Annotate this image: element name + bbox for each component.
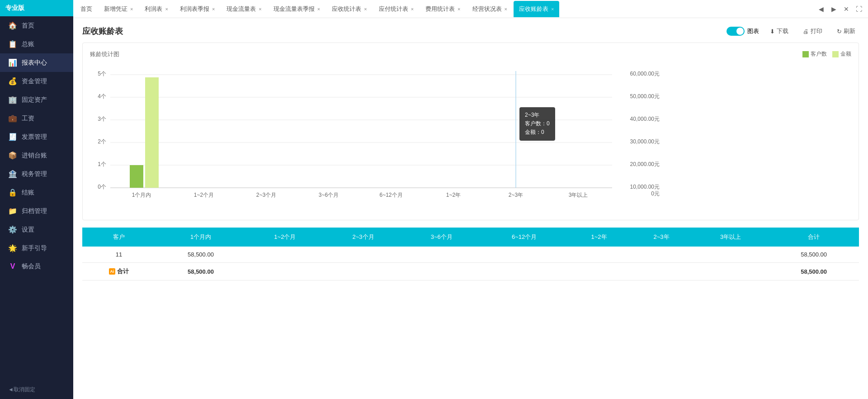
- legend-amount: 金额: [832, 50, 851, 58]
- cell-2-3month-0: [324, 247, 402, 263]
- sidebar: 专业版 🏠 首页 📋 总账 📊 报表中心 💰 资金管理 🏢 固定资产 💼 工资 …: [0, 0, 73, 399]
- sidebar-item-reports[interactable]: 📊 报表中心: [0, 53, 73, 72]
- tab-expense-stats[interactable]: 费用统计表 ×: [420, 1, 466, 17]
- tab-aging[interactable]: 应收账龄表 ×: [514, 1, 559, 17]
- tab-next-button[interactable]: ▶: [828, 4, 839, 14]
- salary-icon: 💼: [8, 114, 17, 123]
- sidebar-item-closing[interactable]: 🔒 结账: [0, 183, 73, 202]
- sidebar-item-salary[interactable]: 💼 工资: [0, 109, 73, 128]
- tab-profit-close[interactable]: ×: [165, 6, 168, 12]
- cell-total-3-6month: [402, 263, 481, 280]
- cell-1month-0: 58,500.00: [156, 247, 246, 263]
- tab-cashflow[interactable]: 现金流量表 ×: [221, 1, 267, 17]
- th-3plus-year: 3年以上: [693, 228, 769, 247]
- th-1-2year: 1~2年: [568, 228, 630, 247]
- tab-expand-button[interactable]: ⛶: [854, 4, 864, 14]
- tab-profit[interactable]: 利润表 ×: [139, 1, 173, 17]
- sidebar-label-assets: 固定资产: [22, 96, 47, 104]
- th-3-6month: 3~6个月: [402, 228, 481, 247]
- tab-profit-quarterly-close[interactable]: ×: [212, 6, 215, 12]
- tab-aging-close[interactable]: ×: [551, 6, 554, 12]
- tab-expense-stats-close[interactable]: ×: [458, 6, 460, 12]
- tab-aging-label: 应收账龄表: [519, 5, 548, 13]
- sidebar-item-archive[interactable]: 📁 归档管理: [0, 202, 73, 220]
- chart-title: 账龄统计图: [90, 50, 851, 58]
- tab-receivable-stats-close[interactable]: ×: [364, 6, 367, 12]
- tab-payable-stats-close[interactable]: ×: [411, 6, 414, 12]
- sidebar-item-tax[interactable]: 🏦 税务管理: [0, 165, 73, 183]
- refresh-button[interactable]: ↻ 刷新: [833, 25, 859, 37]
- legend-customers-label: 客户数: [811, 50, 827, 58]
- sidebar-label-funds: 资金管理: [22, 77, 47, 86]
- sidebar-label-tax: 税务管理: [22, 170, 47, 178]
- page-title: 应收账龄表: [82, 26, 123, 37]
- tab-cashflow-quarterly[interactable]: 现金流量表季报 ×: [268, 1, 326, 17]
- sidebar-item-ledger[interactable]: 📋 总账: [0, 35, 73, 53]
- svg-text:1~2个月: 1~2个月: [194, 192, 214, 198]
- th-2-3year: 2~3年: [630, 228, 693, 247]
- home-icon: 🏠: [8, 21, 17, 30]
- cell-customer-0: 11: [82, 247, 156, 263]
- app-logo: 专业版: [0, 0, 73, 16]
- download-label: 下载: [777, 27, 788, 35]
- page-content: 应收账龄表 图表 ⬇ 下载 🖨 打印 ↻ 刷新: [73, 18, 868, 399]
- toggle-pin-button[interactable]: ◄取消固定: [0, 380, 73, 399]
- print-label: 打印: [811, 27, 822, 35]
- table-total-row: Ai 合计 58,500.00 58,500.00: [82, 263, 859, 280]
- cell-1-2month-0: [246, 247, 324, 263]
- table-header-row: 客户 1个月内 1~2个月 2~3个月 3~6个月 6~12个月 1~2年 2~…: [82, 228, 859, 247]
- sidebar-label-guide: 新手引导: [22, 244, 47, 252]
- svg-text:10,000.00元: 10,000.00元: [630, 184, 660, 190]
- tab-payable-stats[interactable]: 应付统计表 ×: [373, 1, 419, 17]
- invoice-icon: 🧾: [8, 133, 17, 141]
- svg-text:3个: 3个: [98, 116, 106, 122]
- toggle-pin-label: ◄取消固定: [8, 386, 35, 394]
- tab-voucher-close[interactable]: ×: [130, 6, 133, 12]
- tab-receivable-stats[interactable]: 应收统计表 ×: [326, 1, 372, 17]
- tab-close-all-button[interactable]: ✕: [841, 4, 852, 14]
- sidebar-label-settings: 设置: [22, 226, 34, 234]
- tab-home[interactable]: 首页: [75, 1, 98, 17]
- th-2-3month: 2~3个月: [324, 228, 402, 247]
- sidebar-item-vip[interactable]: V 畅会员: [0, 257, 73, 276]
- svg-text:50,000.00元: 50,000.00元: [630, 93, 660, 100]
- vip-icon: V: [8, 262, 17, 271]
- reports-icon: 📊: [8, 58, 17, 67]
- bar-amount-0: [145, 77, 159, 188]
- th-1-2month: 1~2个月: [246, 228, 324, 247]
- tab-cashflow-label: 现金流量表: [226, 5, 256, 13]
- assets-icon: 🏢: [8, 95, 17, 104]
- cell-total-0: 58,500.00: [769, 247, 859, 263]
- tab-prev-button[interactable]: ◀: [816, 4, 826, 14]
- ledger-icon: 📋: [8, 40, 17, 48]
- th-1month: 1个月内: [156, 228, 246, 247]
- sidebar-item-home[interactable]: 🏠 首页: [0, 16, 73, 35]
- cell-total-total: 58,500.00: [769, 263, 859, 280]
- tab-voucher[interactable]: 新增凭证 ×: [99, 1, 138, 17]
- sidebar-item-funds[interactable]: 💰 资金管理: [0, 72, 73, 90]
- tab-business-status-close[interactable]: ×: [505, 6, 507, 12]
- download-button[interactable]: ⬇ 下载: [766, 25, 792, 37]
- refresh-icon: ↻: [837, 28, 842, 35]
- tab-cashflow-close[interactable]: ×: [259, 6, 261, 12]
- legend-customers-dot: [802, 51, 809, 57]
- legend-amount-label: 金额: [840, 50, 851, 58]
- print-button[interactable]: 🖨 打印: [799, 25, 826, 37]
- sidebar-item-guide[interactable]: 🌟 新手引导: [0, 239, 73, 257]
- tab-cashflow-quarterly-close[interactable]: ×: [317, 6, 320, 12]
- chart-area: 账龄统计图 客户数 金额 5个 4个 3个 2个 1个: [82, 43, 859, 220]
- sidebar-item-settings[interactable]: ⚙️ 设置: [0, 220, 73, 239]
- svg-text:4个: 4个: [98, 93, 106, 100]
- sidebar-item-assets[interactable]: 🏢 固定资产: [0, 90, 73, 109]
- sidebar-item-invoice[interactable]: 🧾 发票管理: [0, 128, 73, 146]
- download-icon: ⬇: [770, 28, 775, 35]
- svg-text:20,000.00元: 20,000.00元: [630, 161, 660, 167]
- chart-toggle[interactable]: [726, 27, 745, 36]
- sidebar-label-invoice: 发票管理: [22, 133, 47, 141]
- total-row-label: 合计: [117, 267, 129, 276]
- sidebar-item-sales[interactable]: 📦 进销台账: [0, 146, 73, 165]
- sidebar-label-sales: 进销台账: [22, 152, 47, 160]
- tab-business-status[interactable]: 经营状况表 ×: [467, 1, 513, 17]
- tab-profit-quarterly[interactable]: 利润表季报 ×: [175, 1, 220, 17]
- total-icon-box: Ai: [109, 268, 115, 275]
